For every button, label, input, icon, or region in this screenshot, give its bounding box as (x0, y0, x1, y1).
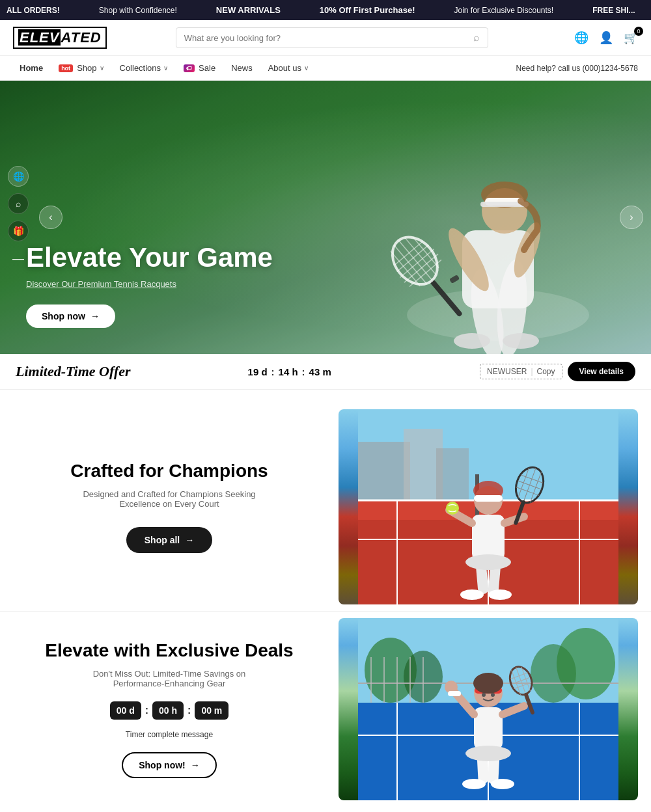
hero-title: Elevate Your Game (26, 243, 273, 273)
hot-badge: hot (59, 64, 73, 72)
deals-arrow-icon: → (191, 760, 200, 770)
offer-coupon: NEWUSER | Copy View details (480, 362, 635, 381)
announce-item: FREE SHI... (592, 6, 635, 15)
countdown-timer: 00 d : 00 h : 00 m (110, 701, 229, 720)
svg-rect-24 (449, 275, 460, 284)
side-dash: — (8, 248, 29, 269)
champions-section: Crafted for Champions Designed and Craft… (0, 403, 651, 611)
deals-text: Elevate with Exclusive Deals Don't Miss … (0, 614, 339, 804)
hero-prev-button[interactable]: ‹ (39, 206, 62, 229)
cart-count-badge: 0 (634, 27, 643, 36)
view-details-button[interactable]: View details (568, 362, 635, 381)
shop-all-label: Shop all (145, 535, 180, 545)
logo[interactable]: ELEVATED (13, 27, 107, 49)
nav-collections[interactable]: Collections ∨ (113, 58, 175, 78)
timer-minutes: 43 m (309, 366, 331, 377)
svg-point-51 (446, 502, 459, 515)
logo-text: ELEV (18, 29, 61, 46)
offer-bar: Limited-Time Offer 19 d : 14 h : 43 m NE… (0, 354, 651, 390)
hero-prev-icon: ‹ (49, 211, 52, 223)
countdown-minutes: 00 m (195, 701, 229, 720)
navigation: Home hot Shop ∨ Collections ∨ 🏷 Sale New… (0, 56, 651, 81)
champions-subtitle: Designed and Crafted for Champions Seeki… (72, 489, 267, 509)
cart-button[interactable]: 🛒 0 (624, 31, 638, 45)
announce-item: ALL ORDERS! (7, 6, 60, 15)
sale-badge: 🏷 (184, 64, 195, 72)
announce-item: Join for Exclusive Discounts! (454, 6, 553, 15)
divider: | (531, 367, 533, 376)
svg-rect-90 (448, 691, 461, 696)
side-controls: 🌐 ⌕ 🎁 — (8, 166, 29, 269)
nav-home[interactable]: Home (13, 58, 49, 78)
hero-subtitle: Discover Our Premium Tennis Racquets (26, 279, 273, 289)
hero-next-button[interactable]: › (620, 206, 643, 229)
svg-rect-38 (472, 515, 505, 560)
copy-coupon-button[interactable]: Copy (537, 367, 555, 376)
timer-complete-message: Timer complete message (126, 730, 213, 739)
svg-rect-78 (474, 707, 503, 750)
coupon-code-text: NEWUSER (487, 367, 527, 376)
search-input[interactable] (184, 33, 473, 43)
announce-item: NEW ARRIVALS (216, 5, 281, 15)
nav-about[interactable]: About us ∨ (262, 58, 315, 78)
nav-news[interactable]: News (225, 58, 259, 78)
header: ELEVATED ⌕ 🌐 👤 🛒 0 (0, 20, 651, 56)
deals-image (339, 618, 638, 800)
deals-subtitle: Don't Miss Out: Limited-Time Savings on … (72, 669, 267, 688)
nav-shop-label: Shop (77, 63, 96, 73)
account-button[interactable]: 👤 (599, 31, 613, 45)
coupon-code-display: NEWUSER | Copy (480, 364, 562, 379)
nav-collections-label: Collections (120, 63, 161, 73)
nav-help-text: Need help? call us (000)1234-5678 (516, 64, 638, 73)
champions-text: Crafted for Champions Designed and Craft… (0, 435, 339, 579)
timer-sep-2: : (302, 366, 305, 377)
hero-player-illustration (384, 87, 612, 354)
side-gift-button[interactable]: 🎁 (8, 221, 29, 241)
nav-about-label: About us (268, 63, 301, 73)
announce-item: Shop with Confidence! (99, 6, 177, 15)
svg-point-75 (473, 673, 503, 694)
deals-cta-label: Shop now! (139, 760, 186, 770)
champions-title: Crafted for Champions (70, 461, 268, 481)
announcement-bar: ALL ORDERS! Shop with Confidence! NEW AR… (0, 0, 651, 20)
countdown-sep-1: : (145, 705, 148, 716)
svg-point-93 (465, 746, 511, 761)
search-bar[interactable]: ⌕ (176, 27, 488, 48)
announcement-items: ALL ORDERS! Shop with Confidence! NEW AR… (7, 5, 651, 15)
shop-all-arrow-icon: → (185, 535, 194, 545)
timer-sep-1: : (271, 366, 275, 377)
side-search-button[interactable]: ⌕ (8, 193, 29, 214)
svg-point-54 (465, 554, 511, 570)
deals-title: Elevate with Exclusive Deals (45, 640, 293, 661)
svg-point-95 (491, 779, 514, 789)
hero-cta-label: Shop now (42, 311, 85, 321)
search-submit-button[interactable]: ⌕ (473, 32, 480, 44)
svg-rect-26 (358, 442, 410, 500)
nav-links: Home hot Shop ∨ Collections ∨ 🏷 Sale New… (13, 58, 516, 78)
hero-shop-now-button[interactable]: Shop now → (26, 304, 115, 328)
announce-item-highlight: 10% Off First Purchase! (320, 5, 415, 15)
champions-image (339, 409, 638, 604)
language-button[interactable]: 🌐 (574, 31, 589, 45)
deals-section: Elevate with Exclusive Deals Don't Miss … (0, 611, 651, 806)
hero-next-icon: › (630, 211, 633, 223)
collections-chevron-icon: ∨ (163, 64, 168, 72)
svg-rect-28 (436, 448, 469, 500)
nav-shop[interactable]: hot Shop ∨ (52, 58, 110, 78)
svg-point-77 (491, 693, 495, 697)
countdown-hours: 00 h (152, 701, 184, 720)
deals-shop-now-button[interactable]: Shop now! → (122, 752, 217, 778)
champions-image-content (339, 409, 638, 604)
header-icons: 🌐 👤 🛒 0 (574, 31, 638, 45)
about-chevron-icon: ∨ (304, 64, 309, 72)
nav-sale[interactable]: 🏷 Sale (177, 58, 222, 78)
deals-image-content (339, 618, 638, 800)
side-globe-button[interactable]: 🌐 (8, 166, 29, 187)
offer-title: Limited-Time Offer (16, 363, 131, 380)
svg-point-56 (488, 589, 512, 600)
shop-chevron-icon: ∨ (100, 64, 104, 72)
main-content: Crafted for Champions Designed and Craft… (0, 390, 651, 812)
hero-section: 🌐 ⌕ 🎁 — Elevate Your Game Discover Our P… (0, 81, 651, 354)
svg-point-76 (482, 693, 486, 697)
shop-all-button[interactable]: Shop all → (126, 527, 212, 553)
